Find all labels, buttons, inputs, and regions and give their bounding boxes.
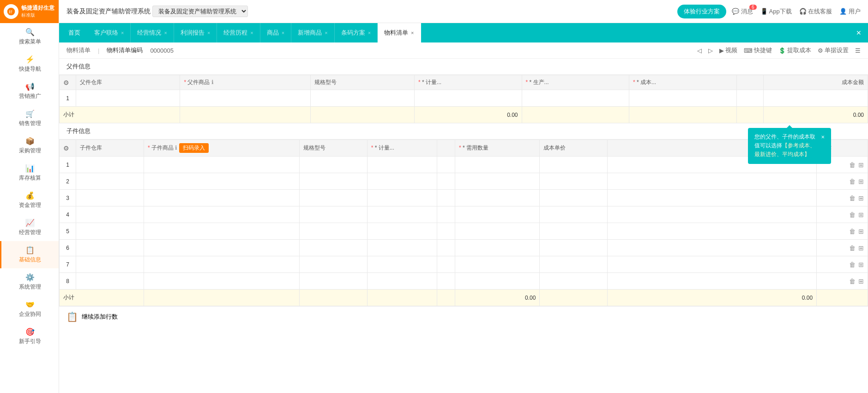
delete-icon-5[interactable]: 🗑 [849,228,856,235]
delete-icon-4[interactable]: 🗑 [849,211,856,218]
child-cell-need-qty-5[interactable] [455,223,539,240]
layout-btn[interactable]: ☰ [855,47,861,54]
child-gear-icon[interactable]: ⚙ [63,145,69,152]
parent-cell-prod[interactable] [522,90,629,107]
child-cell-product-1[interactable] [144,157,300,173]
copy-icon-2[interactable]: ⊞ [858,178,864,185]
parent-cell-product[interactable] [180,90,310,107]
sidebar-item-9[interactable]: ⚙️ 系统管理 [0,268,59,296]
user-btn[interactable]: 👤 用户 [839,7,861,16]
delete-icon-6[interactable]: 🗑 [849,244,856,252]
child-cell-qty-4[interactable] [367,206,437,223]
child-cell-product-7[interactable] [144,256,300,273]
tab-home[interactable]: 首页 [61,23,88,42]
nav-tab-close-6[interactable]: × [368,30,371,36]
nav-tab-close-4[interactable]: × [282,30,284,36]
child-cell-warehouse-6[interactable] [76,240,144,256]
scan-btn[interactable]: 扫码录入 [179,143,209,153]
nav-tab-close-1[interactable]: × [164,30,167,36]
product-info-icon[interactable]: ℹ [211,79,214,85]
nav-tab-close-7[interactable]: × [411,30,414,36]
child-cell-product-5[interactable] [144,223,300,240]
nav-arrow-right[interactable]: ▷ [708,47,713,54]
child-cell-spec-2[interactable] [299,173,367,190]
parent-cell-cost[interactable] [629,90,736,107]
copy-icon-6[interactable]: ⊞ [858,244,864,252]
extract-cost-btn[interactable]: 💲 提取成本 [778,46,811,54]
child-cell-spec-6[interactable] [299,240,367,256]
child-cell-qty-1[interactable] [367,157,437,173]
sidebar-item-4[interactable]: 📦 采购管理 [0,132,59,159]
sidebar-item-1[interactable]: ⚡ 快捷导航 [0,50,59,78]
copy-icon-5[interactable]: ⊞ [858,228,864,235]
parent-cell-qty[interactable] [415,90,522,107]
child-cell-cost-unit-7[interactable] [540,256,608,273]
delete-icon-7[interactable]: 🗑 [849,261,856,268]
add-rows-icon[interactable]: 📋 [66,311,78,322]
sidebar-item-3[interactable]: 🛒 销售管理 [0,105,59,132]
nav-tab-1[interactable]: 经营情况 × [131,23,174,42]
child-cell-spec-3[interactable] [299,190,367,206]
sidebar-item-8[interactable]: 📋 基础信息 [0,241,59,268]
single-settings-btn[interactable]: ⚙ 单据设置 [818,46,849,54]
child-cell-need-qty-7[interactable] [455,256,539,273]
nav-tab-0[interactable]: 客户联络 × [88,23,131,42]
video-btn[interactable]: ▶ 视频 [719,46,737,54]
nav-tab-close-5[interactable]: × [325,30,327,36]
child-cell-warehouse-3[interactable] [76,190,144,206]
child-cell-spec-8[interactable] [299,273,367,290]
child-cell-cost-unit-2[interactable] [540,173,608,190]
breadcrumb-item-2[interactable]: 物料清单编码 [107,46,143,54]
nav-tab-2[interactable]: 利润报告 × [174,23,217,42]
parent-gear-icon[interactable]: ⚙ [63,79,69,86]
child-cell-need-qty-1[interactable] [455,157,539,173]
shortcut-btn[interactable]: ⌨ 快捷键 [744,46,772,54]
child-cell-qty-7[interactable] [367,256,437,273]
child-cell-qty-5[interactable] [367,223,437,240]
delete-icon-1[interactable]: 🗑 [849,161,856,169]
child-cell-cost-unit-5[interactable] [540,223,608,240]
copy-icon-7[interactable]: ⊞ [858,261,864,268]
child-cell-spec-7[interactable] [299,256,367,273]
child-cell-warehouse-2[interactable] [76,173,144,190]
nav-tab-close-3[interactable]: × [250,30,253,36]
child-cell-spec-4[interactable] [299,206,367,223]
sidebar-item-10[interactable]: 🤝 企业协同 [0,296,59,323]
child-cell-product-6[interactable] [144,240,300,256]
tooltip-close-btn[interactable]: × [821,133,825,142]
child-cell-cost-unit-4[interactable] [540,206,608,223]
child-cell-need-qty-2[interactable] [455,173,539,190]
child-cell-qty-6[interactable] [367,240,437,256]
child-cell-warehouse-5[interactable] [76,223,144,240]
child-cell-warehouse-1[interactable] [76,157,144,173]
child-cell-need-qty-6[interactable] [455,240,539,256]
nav-close-all[interactable]: ✕ [851,29,866,36]
delete-icon-3[interactable]: 🗑 [849,194,856,202]
child-cell-need-qty-8[interactable] [455,273,539,290]
sidebar-item-2[interactable]: 📢 营销推广 [0,78,59,105]
copy-icon-4[interactable]: ⊞ [858,211,864,218]
child-cell-cost-unit-6[interactable] [540,240,608,256]
child-cell-qty-3[interactable] [367,190,437,206]
child-cell-cost-unit-3[interactable] [540,190,608,206]
child-cell-need-qty-3[interactable] [455,190,539,206]
child-cell-cost-unit-1[interactable] [540,157,608,173]
child-cell-spec-5[interactable] [299,223,367,240]
child-cell-cost-unit-8[interactable] [540,273,608,290]
delete-icon-2[interactable]: 🗑 [849,178,856,185]
app-download-btn[interactable]: 📱 App下载 [760,7,792,16]
nav-tab-close-0[interactable]: × [121,30,124,36]
nav-tab-6[interactable]: 条码方案 × [335,23,378,42]
sidebar-item-0[interactable]: 🔍 搜索菜单 [0,23,59,50]
messages-btn[interactable]: 💬 消息 6 [732,7,753,16]
child-cell-product-4[interactable] [144,206,300,223]
child-cell-warehouse-4[interactable] [76,206,144,223]
child-cell-warehouse-7[interactable] [76,256,144,273]
nav-arrow-left[interactable]: ◁ [697,47,702,54]
delete-icon-8[interactable]: 🗑 [849,278,856,285]
sidebar-item-7[interactable]: 📈 经营管理 [0,214,59,241]
nav-tab-7[interactable]: 物料清单 × [378,23,421,42]
system-selector[interactable]: 装备及固定资产辅助管理系统 [152,6,248,17]
child-product-info-icon[interactable]: ℹ [175,145,177,151]
parent-cell-warehouse[interactable] [76,90,180,107]
